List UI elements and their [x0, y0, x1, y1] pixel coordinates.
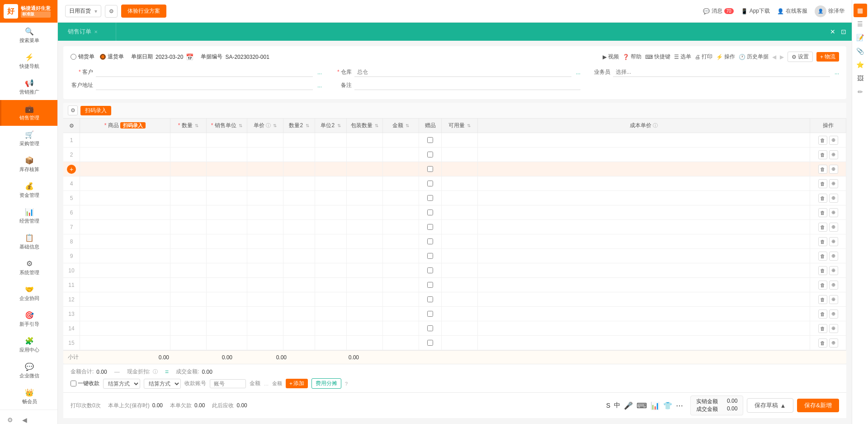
unit-price-cell[interactable] — [247, 148, 283, 162]
right-panel-btn-note[interactable]: 📝 — [854, 31, 867, 44]
delete-row-btn[interactable]: 🗑 — [818, 208, 827, 217]
unit-price-cell[interactable] — [247, 249, 283, 263]
fenyong-btn[interactable]: 费用分摊 — [311, 378, 341, 389]
qty-cell[interactable] — [170, 278, 207, 292]
cost-price-cell[interactable] — [478, 321, 810, 336]
right-panel-btn-list-view[interactable]: ☰ — [854, 17, 867, 31]
qty2-cell[interactable] — [283, 321, 315, 336]
keyboard-icon[interactable]: ⌨ — [637, 401, 647, 410]
pack-qty-cell[interactable] — [347, 148, 383, 162]
radio-sale[interactable]: 销货单 — [71, 53, 94, 61]
unit2-cell[interactable] — [315, 249, 347, 263]
sale-unit-cell[interactable] — [207, 162, 247, 176]
close-tab-btn[interactable]: ✕ — [828, 27, 837, 36]
sidebar-item-inventory[interactable]: 📦库存核算 — [0, 152, 57, 177]
pack-qty-cell[interactable] — [347, 220, 383, 234]
copy-row-btn[interactable]: ⊕ — [829, 324, 838, 333]
sidebar-item-purchase[interactable]: 🛒采购管理 — [0, 126, 57, 152]
delete-row-btn[interactable]: 🗑 — [818, 281, 827, 290]
cost-price-cell[interactable] — [478, 148, 810, 162]
demo-btn[interactable]: 体验行业方案 — [121, 5, 166, 18]
sidebar-item-finance[interactable]: 💰资金管理 — [0, 177, 57, 203]
unit2-cell[interactable] — [315, 220, 347, 234]
qty2-cell[interactable] — [283, 176, 315, 191]
goods-cell[interactable] — [80, 162, 170, 176]
amount-cell[interactable] — [383, 336, 419, 350]
sidebar-item-basic[interactable]: 📋基础信息 — [0, 229, 57, 255]
unit-price-cell[interactable] — [247, 321, 283, 336]
unit-price-cell[interactable] — [247, 263, 283, 278]
delete-row-btn[interactable]: 🗑 — [818, 266, 827, 275]
unit-price-cell[interactable] — [247, 191, 283, 205]
right-panel-btn-table-view[interactable]: ▦ — [854, 4, 867, 17]
available-cell[interactable] — [442, 234, 478, 249]
copy-row-btn[interactable]: ⊕ — [829, 150, 838, 159]
video-btn[interactable]: ▶ 视频 — [603, 53, 619, 61]
help-btn[interactable]: ❓ 帮助 — [623, 53, 642, 61]
qty-cell[interactable] — [170, 249, 207, 263]
qty2-cell[interactable] — [283, 292, 315, 307]
tab-sale_order[interactable]: 销售订单✕ — [61, 23, 116, 41]
unit-price-cell[interactable] — [247, 234, 283, 249]
goods-cell[interactable] — [80, 321, 170, 336]
available-cell[interactable] — [442, 176, 478, 191]
right-panel-btn-image[interactable]: 🖼 — [854, 71, 867, 85]
qty2-cell[interactable] — [283, 220, 315, 234]
sale-unit-cell[interactable] — [207, 263, 247, 278]
qty2-cell[interactable] — [283, 205, 315, 220]
sidebar-item-corp[interactable]: 🤝企业协同 — [0, 281, 57, 306]
amount-cell[interactable] — [383, 191, 419, 205]
goods-cell[interactable] — [80, 148, 170, 162]
available-cell[interactable] — [442, 249, 478, 263]
cost-price-cell[interactable] — [478, 205, 810, 220]
amount-cell[interactable] — [383, 234, 419, 249]
unit2-cell[interactable] — [315, 205, 347, 220]
shirt-icon[interactable]: 👕 — [663, 401, 672, 410]
qty-cell[interactable] — [170, 133, 207, 148]
goods-cell[interactable] — [80, 205, 170, 220]
pack-qty-cell[interactable] — [347, 278, 383, 292]
unit-price-cell[interactable] — [247, 292, 283, 307]
sale-unit-cell[interactable] — [207, 292, 247, 307]
print-btn[interactable]: 🖨 打印 — [695, 53, 712, 61]
copy-row-btn[interactable]: ⊕ — [829, 266, 838, 275]
goods-cell[interactable] — [80, 249, 170, 263]
sidebar-item-wechat[interactable]: 💬企业微信 — [0, 358, 57, 384]
cost-price-cell[interactable] — [478, 133, 810, 148]
salesperson-select-btn[interactable]: ... — [835, 69, 839, 76]
unit2-cell[interactable] — [315, 162, 347, 176]
pack-qty-cell[interactable] — [347, 307, 383, 321]
qty-cell[interactable] — [170, 162, 207, 176]
qty-cell[interactable] — [170, 336, 207, 350]
settle-method-select[interactable]: 结算方式 — [103, 379, 140, 389]
qty2-cell[interactable] — [283, 278, 315, 292]
amount-cell[interactable] — [383, 133, 419, 148]
cost-price-cell[interactable] — [478, 191, 810, 205]
qty2-cell[interactable] — [283, 162, 315, 176]
scan-btn[interactable]: 扫码录入 — [80, 106, 111, 115]
delete-row-btn[interactable]: 🗑 — [818, 295, 827, 304]
delete-row-btn[interactable]: 🗑 — [818, 324, 827, 333]
sidebar-item-sales[interactable]: 💼销售管理 — [0, 100, 57, 126]
discount-info-icon[interactable]: ⓘ — [153, 368, 158, 375]
goods-cell[interactable] — [80, 307, 170, 321]
qty-cell[interactable] — [170, 191, 207, 205]
pack-qty-cell[interactable] — [347, 162, 383, 176]
category-select[interactable]: 日用百货 ▾ — [65, 5, 101, 17]
pack-qty-cell[interactable] — [347, 234, 383, 249]
address-input[interactable] — [96, 81, 313, 90]
copy-row-btn[interactable]: ⊕ — [829, 310, 838, 319]
right-panel-btn-attach[interactable]: 📎 — [854, 44, 867, 58]
qty-cell[interactable] — [170, 148, 207, 162]
cost-price-cell[interactable] — [478, 162, 810, 176]
copy-row-btn[interactable]: ⊕ — [829, 179, 838, 188]
sale-unit-cell[interactable] — [207, 205, 247, 220]
customer-input[interactable] — [96, 67, 313, 77]
select-btn[interactable]: ☰ 选单 — [674, 53, 691, 61]
topbar-settings-btn[interactable]: ⚙ — [105, 5, 118, 18]
sale-unit-cell[interactable] — [207, 249, 247, 263]
unit-price-cell[interactable] — [247, 162, 283, 176]
copy-row-btn[interactable]: ⊕ — [829, 136, 838, 145]
pack-qty-cell[interactable] — [347, 133, 383, 148]
settings-btn[interactable]: ⚙ 设置 — [788, 52, 813, 62]
